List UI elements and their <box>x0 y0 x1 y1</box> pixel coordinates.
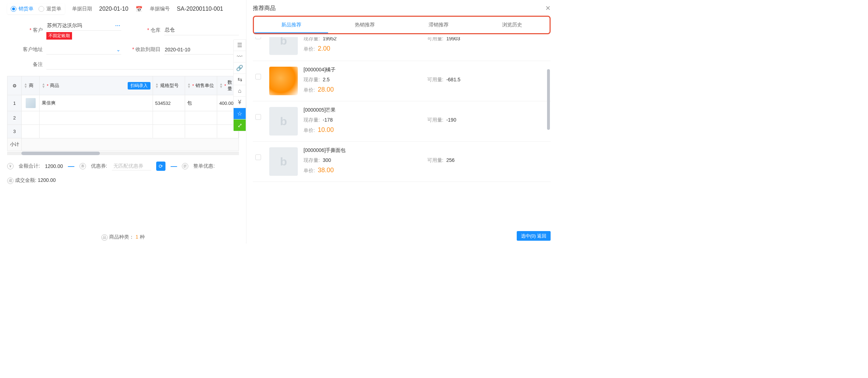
note-input[interactable] <box>46 60 239 70</box>
placeholder-image-icon: b <box>269 147 298 176</box>
currency-icon[interactable]: ¥ <box>234 97 246 108</box>
deal-icon: 成 <box>7 178 14 184</box>
th-spec[interactable]: ▲▼规格型号 <box>153 76 185 95</box>
vertical-scrollbar[interactable] <box>547 69 550 130</box>
date-value[interactable]: 2020-01-10 <box>99 6 128 12</box>
price-value: 10.00 <box>318 126 334 133</box>
note-label: 备注 <box>7 61 46 68</box>
price-label: 单价: <box>303 87 315 93</box>
th-image[interactable]: ▲▼商 <box>22 76 40 95</box>
row-index: 3 <box>7 125 22 138</box>
bill-discount-label: 整单优惠: <box>193 163 215 169</box>
bottom-summary: 品 商品种类： 1 种 <box>0 234 246 241</box>
table-row[interactable]: 1 果倍爽 534532 包 400.00 <box>7 95 239 111</box>
scan-input-button[interactable]: 扫码录入 <box>128 82 150 90</box>
refresh-coupon-button[interactable]: ⟳ <box>156 162 165 171</box>
total-label: 金额合计: <box>19 163 40 169</box>
docno-label: 单据编号 <box>150 6 170 12</box>
customer-lookup-icon[interactable]: ··· <box>115 23 121 29</box>
th-unit-label: 销售单位 <box>195 82 214 89</box>
row-spec[interactable] <box>153 111 185 124</box>
placeholder-image-icon: b <box>269 107 298 136</box>
row-product[interactable]: 果倍爽 <box>40 95 153 111</box>
warehouse-input[interactable]: 总仓 <box>164 25 239 35</box>
item-checkbox[interactable] <box>253 147 264 160</box>
tab-slow[interactable]: 滞销推荐 <box>402 17 475 33</box>
summary-bar: ¥ 金额合计: 1200.00 — 券 优惠券: 无匹配优惠券 ⟳ — 折 整单… <box>7 162 239 184</box>
tab-history[interactable]: 浏览历史 <box>475 17 549 33</box>
address-input[interactable]: ⌄ <box>46 45 121 55</box>
row-image[interactable] <box>22 95 40 111</box>
address-label: 客户地址 <box>7 46 46 53</box>
list-item[interactable]: b [0000006]手撕面包 现存量:300 可用量:256 单价:38.00 <box>253 142 551 182</box>
radio-sales-label: 销货单 <box>19 6 34 12</box>
recommend-tabs-highlight: 新品推荐 热销推荐 滞销推荐 浏览历史 <box>253 16 551 34</box>
exchange-icon[interactable]: ⇆ <box>234 74 246 85</box>
stock-value: 300 <box>323 157 331 163</box>
tab-new[interactable]: 新品推荐 <box>255 17 328 33</box>
sales-form-panel: 销货单 退货单 单据日期 2020-01-10 📅 单据编号 SA-202001… <box>0 0 246 244</box>
list-item[interactable]: b [0000005]芒果 现存量:-178 可用量:-190 单价:10.00 <box>253 101 551 142</box>
row-unit[interactable] <box>185 125 217 138</box>
radio-return[interactable]: 退货单 <box>39 6 61 12</box>
star-icon[interactable]: ☆ <box>234 108 246 119</box>
price-label: 单价: <box>303 46 315 52</box>
row-image[interactable] <box>22 111 40 124</box>
price-value: 28.00 <box>318 86 334 93</box>
calendar-icon[interactable]: 📅 <box>136 6 143 12</box>
expand-icon[interactable]: ⤢ <box>234 119 246 131</box>
th-unit[interactable]: ▲▼*销售单位 <box>185 76 217 95</box>
tab-hot[interactable]: 热销推荐 <box>328 17 402 33</box>
th-image-label: 商 <box>29 82 34 89</box>
minus-icon: — <box>170 163 177 170</box>
customer-label: 客户 <box>7 27 46 34</box>
kinds-value: 1 <box>136 234 138 240</box>
avail-value: -681.5 <box>446 77 460 82</box>
item-name: [0000005]芒果 <box>303 107 551 113</box>
th-spec-label: 规格型号 <box>160 82 179 89</box>
column-settings-button[interactable] <box>7 76 22 95</box>
due-value: 2020-01-10 <box>165 47 190 52</box>
minus-icon: — <box>68 163 75 170</box>
horizontal-scrollbar[interactable] <box>7 152 239 155</box>
item-checkbox[interactable] <box>253 37 264 39</box>
row-unit[interactable]: 包 <box>185 95 217 111</box>
payment-term-badge: 不固定账期 <box>46 32 72 40</box>
archive-icon[interactable]: ⌂ <box>234 85 246 97</box>
row-product[interactable] <box>40 125 153 138</box>
row-unit[interactable] <box>185 111 217 124</box>
list-item[interactable]: [0000004]橘子 现存量:2.5 可用量:-681.5 单价:28.00 <box>253 61 551 101</box>
customer-input[interactable]: 苏州万达沃尔玛 ··· <box>46 21 121 31</box>
kinds-icon: 品 <box>101 234 108 241</box>
close-icon[interactable]: ✕ <box>545 4 551 12</box>
price-label: 单价: <box>303 168 315 173</box>
coupon-input[interactable]: 无匹配优惠券 <box>112 162 151 170</box>
deal-value: 1200.00 <box>38 177 56 183</box>
item-name: [0000006]手撕面包 <box>303 147 551 154</box>
warehouse-value: 总仓 <box>165 27 175 33</box>
row-index: 1 <box>7 95 22 111</box>
item-checkbox[interactable] <box>253 107 264 120</box>
row-spec[interactable]: 534532 <box>153 95 185 111</box>
price-value: 2.00 <box>318 45 330 52</box>
row-product[interactable] <box>40 111 153 124</box>
docno-value: SA-20200110-001 <box>177 6 223 12</box>
chevron-down-icon[interactable]: ⌄ <box>116 47 121 52</box>
chart-icon[interactable]: 〰 <box>234 51 246 62</box>
table-row[interactable]: 3 <box>7 124 239 138</box>
table-row[interactable]: 2 <box>7 111 239 124</box>
list-item[interactable]: b 250ml 现存量:19952 可用量:19903 单价:2.00 <box>253 37 551 61</box>
link-icon[interactable]: 🔗 <box>234 62 246 74</box>
row-spec[interactable] <box>153 125 185 138</box>
radio-return-label: 退货单 <box>46 6 61 12</box>
radio-sales[interactable]: 销货单 <box>11 6 34 12</box>
selected-return-button[interactable]: 选中(0) 返回 <box>517 231 551 241</box>
due-input[interactable]: 2020-01-10 <box>164 45 239 55</box>
avail-value: 256 <box>446 157 454 163</box>
th-product[interactable]: ▲▼*商品扫码录入 <box>40 76 153 95</box>
item-checkbox[interactable] <box>253 67 264 80</box>
stock-label: 现存量: <box>303 117 320 123</box>
list-icon[interactable]: ☰ <box>234 40 246 51</box>
deal-label: 成交金额: <box>15 177 36 183</box>
row-image[interactable] <box>22 125 40 138</box>
